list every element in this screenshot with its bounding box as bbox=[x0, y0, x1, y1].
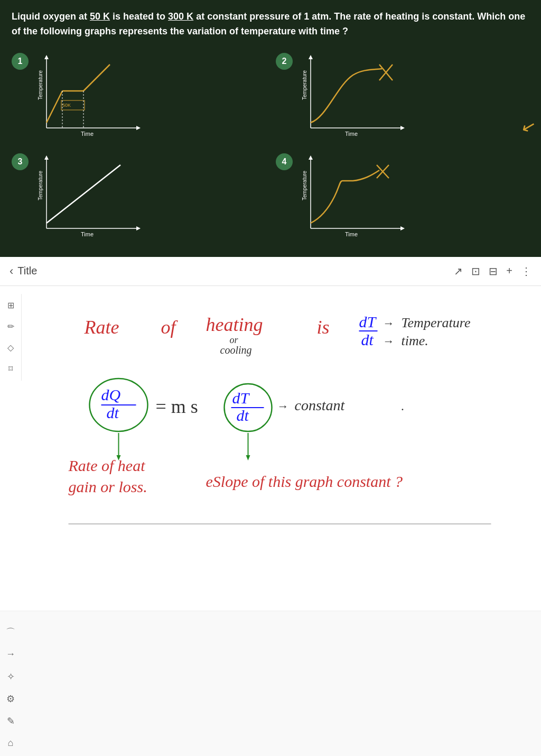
svg-text:→: → bbox=[277, 400, 289, 413]
handwritten-svg: Rate of heating or cooling is dT → Tempe… bbox=[34, 302, 525, 593]
toolbar-left: ‹ Title bbox=[10, 264, 37, 278]
graph-3-container: 3 Temperature Time bbox=[12, 149, 265, 244]
left-tools-panel: ⊞ ✏ ◇ ⌑ bbox=[0, 294, 22, 381]
graph-3-svg: Temperature Time bbox=[36, 154, 142, 239]
graph-4-container: 4 Temperature Time bbox=[276, 149, 529, 244]
svg-text:dT: dT bbox=[232, 389, 250, 407]
svg-marker-58 bbox=[246, 455, 250, 460]
svg-text:eSlope of this graph constant : eSlope of this graph constant ? bbox=[206, 473, 403, 490]
toolbar-title: Title bbox=[17, 265, 37, 277]
add-button[interactable]: + bbox=[506, 265, 512, 277]
svg-text:Time: Time bbox=[345, 231, 358, 237]
bottom-icon-gear[interactable]: ⚙ bbox=[3, 692, 18, 706]
svg-marker-26 bbox=[400, 226, 405, 231]
svg-text:dt: dt bbox=[107, 404, 119, 421]
graphs-grid: 1 Temperature Time bbox=[12, 49, 529, 244]
back-button[interactable]: ‹ bbox=[10, 264, 13, 278]
book-icon[interactable]: ⊡ bbox=[471, 265, 480, 278]
svg-text:Rate of heat: Rate of heat bbox=[68, 457, 146, 474]
svg-text:Rate: Rate bbox=[84, 317, 119, 338]
bottom-section: ‹ Title ↗ ⊡ ⊟ + ⋮ ⊞ ✏ ◇ ⌑ Rate of heatin bbox=[0, 257, 541, 756]
toolbar-right: ↗ ⊡ ⊟ + ⋮ bbox=[454, 265, 531, 278]
svg-marker-20 bbox=[136, 226, 141, 231]
expand-icon[interactable]: ↗ bbox=[454, 265, 463, 278]
graph-number-1: 1 bbox=[12, 53, 29, 70]
svg-text:cooling: cooling bbox=[220, 344, 252, 356]
svg-text:heating: heating bbox=[206, 314, 263, 335]
graph-2-svg: Temperature Time bbox=[300, 54, 406, 139]
svg-text:or: or bbox=[230, 335, 239, 345]
graph-2-container: 2 Temperature Time bbox=[276, 49, 529, 144]
bottom-left-icons: ⌒ → ✧ ⚙ ✎ ⌂ bbox=[0, 622, 21, 754]
bottom-icon-pencil[interactable]: ✎ bbox=[3, 714, 18, 729]
svg-text:Temperature: Temperature bbox=[402, 315, 471, 330]
svg-text:50K: 50K bbox=[62, 103, 71, 108]
svg-text:dQ: dQ bbox=[101, 386, 121, 403]
svg-text:Temperature: Temperature bbox=[38, 70, 43, 100]
svg-text:Temperature: Temperature bbox=[302, 170, 307, 200]
svg-text:Temperature: Temperature bbox=[38, 170, 43, 200]
graph-1-container: 1 Temperature Time bbox=[12, 49, 265, 144]
svg-text:of: of bbox=[161, 317, 179, 338]
bottom-icon-misc[interactable]: ⌂ bbox=[3, 736, 18, 751]
svg-text:dt: dt bbox=[237, 407, 249, 424]
svg-text:constant: constant bbox=[295, 397, 346, 413]
svg-text:Time: Time bbox=[345, 131, 358, 137]
svg-text:is: is bbox=[317, 317, 330, 338]
note-content: Rate of heating or cooling is dT → Tempe… bbox=[24, 286, 541, 611]
tool-pencil[interactable]: ✏ bbox=[3, 319, 18, 334]
svg-marker-2 bbox=[136, 126, 141, 130]
svg-marker-13 bbox=[309, 55, 313, 59]
svg-text:→: → bbox=[383, 317, 395, 330]
tool-misc[interactable]: ⌑ bbox=[3, 362, 18, 376]
tool-shape[interactable]: ◇ bbox=[3, 340, 18, 355]
graph-4-svg: Temperature Time bbox=[300, 154, 406, 239]
handwritten-area: Rate of heating or cooling is dT → Tempe… bbox=[34, 302, 525, 595]
bottom-icon-curve[interactable]: ⌒ bbox=[3, 625, 18, 640]
graph-number-3: 3 bbox=[12, 153, 29, 170]
svg-marker-27 bbox=[309, 155, 313, 160]
bottom-blank-area: ⌒ → ✧ ⚙ ✎ ⌂ bbox=[0, 611, 541, 756]
more-icon[interactable]: ⋮ bbox=[521, 265, 531, 278]
svg-text:= m s: = m s bbox=[156, 396, 198, 417]
svg-text:time.: time. bbox=[402, 333, 428, 348]
svg-text:Temperature: Temperature bbox=[302, 70, 307, 100]
svg-text:.: . bbox=[402, 399, 405, 413]
svg-text:Time: Time bbox=[81, 231, 94, 237]
top-section: Liquid oxygen at 50 K is heated to 300 K… bbox=[0, 0, 541, 257]
bottom-icon-star[interactable]: ✧ bbox=[3, 669, 18, 684]
svg-text:dt: dt bbox=[361, 331, 374, 348]
graph-number-2: 2 bbox=[276, 53, 293, 70]
svg-text:→: → bbox=[383, 335, 395, 348]
bottom-icon-arrow[interactable]: → bbox=[3, 647, 18, 662]
svg-text:gain or loss.: gain or loss. bbox=[69, 478, 147, 495]
graph-number-4: 4 bbox=[276, 153, 293, 170]
svg-marker-3 bbox=[44, 55, 49, 59]
graph-1-svg: Temperature Time 50K bbox=[36, 54, 142, 139]
svg-text:Time: Time bbox=[81, 131, 94, 137]
svg-marker-21 bbox=[44, 155, 49, 160]
note-icon[interactable]: ⊟ bbox=[489, 265, 498, 278]
question-text: Liquid oxygen at 50 K is heated to 300 K… bbox=[12, 10, 529, 39]
svg-text:dT: dT bbox=[359, 313, 377, 330]
svg-marker-12 bbox=[400, 126, 405, 130]
tool-grid[interactable]: ⊞ bbox=[3, 298, 18, 313]
toolbar: ‹ Title ↗ ⊡ ⊟ + ⋮ bbox=[0, 257, 541, 286]
